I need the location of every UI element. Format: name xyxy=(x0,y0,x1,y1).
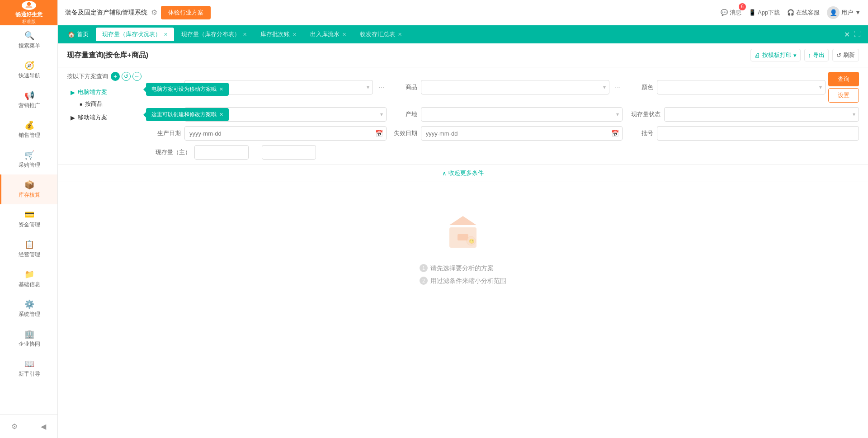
sidebar-item-label-finance: 资金管理 xyxy=(19,221,40,229)
export-icon: ↑ xyxy=(808,52,811,59)
tab-in-out-flow[interactable]: 出入库流水 ✕ xyxy=(304,28,353,41)
batch-input[interactable] xyxy=(657,126,859,141)
tab-close-batch-account[interactable]: ✕ xyxy=(292,32,297,38)
sales-icon: 💰 xyxy=(24,120,34,130)
home-icon: 🏠 xyxy=(68,31,75,38)
scheme-mobile[interactable]: ▶ 移动端方案 xyxy=(67,112,142,123)
app-download-btn[interactable]: 📱 App下载 xyxy=(749,9,780,17)
tab-inventory-status[interactable]: 现存量（库存状况表） ✕ xyxy=(96,28,174,41)
expiry-date-label: 失效日期 xyxy=(392,129,417,137)
tab-recv-summary[interactable]: 收发存汇总表 ✕ xyxy=(354,28,408,41)
empty-state: 😐 1 请先选择要分析的方案 2 用过滤条件来缩小分析范围 xyxy=(58,182,868,314)
filter-label: 按以下方案查询 + ↺ ← xyxy=(67,72,142,81)
sidebar-item-basic[interactable]: 📁 基础信息 xyxy=(0,264,57,294)
filter-fields: 仓库 ▾ ··· 商品 ▾ xyxy=(148,72,859,164)
logo: 畅通好生意 标准版 xyxy=(0,0,57,25)
sidebar-item-purchase[interactable]: 🛒 采购管理 xyxy=(0,145,57,174)
online-service-btn[interactable]: 🎧 在线客服 xyxy=(787,9,820,17)
maximize-btn[interactable]: ⛶ xyxy=(854,30,861,38)
close-all-btn[interactable]: ✕ xyxy=(844,30,850,39)
tab-close-inventory-status[interactable]: ✕ xyxy=(164,32,168,38)
prod-date-input[interactable] xyxy=(184,126,387,141)
filter-add-btn[interactable]: + xyxy=(111,72,120,81)
experience-btn[interactable]: 体验行业方案 xyxy=(161,6,211,19)
reset-btn[interactable]: 设置 xyxy=(828,88,859,103)
tooltip-create-close[interactable]: ✕ xyxy=(219,112,223,118)
empty-state-icon: 😐 xyxy=(440,209,486,254)
expiry-date-input[interactable] xyxy=(421,126,623,141)
purchase-icon: 🛒 xyxy=(24,150,34,160)
color-select[interactable] xyxy=(657,80,826,94)
tab-home[interactable]: 🏠 首页 xyxy=(61,28,95,41)
message-btn[interactable]: 💬 消息 6 xyxy=(721,9,741,17)
filter-item-batch: 批号 xyxy=(628,126,859,141)
stock-status-label: 现存量状态 xyxy=(628,110,660,118)
scheme-desktop-children: ■ 按商品 xyxy=(67,98,142,110)
sidebar-item-label-quick: 快速导航 xyxy=(19,72,40,80)
expiry-date-wrapper: 📅 xyxy=(421,126,623,141)
sidebar-item-sales[interactable]: 💰 销售管理 xyxy=(0,115,57,145)
scheme-desktop[interactable]: ▶ 电脑端方案 xyxy=(67,86,142,98)
sidebar-item-label-basic: 基础信息 xyxy=(19,281,40,288)
message-badge: 6 xyxy=(739,3,746,10)
sidebar-item-system[interactable]: ⚙️ 系统管理 xyxy=(0,294,57,324)
warehouse-dots[interactable]: ··· xyxy=(377,83,386,91)
filter-refresh-btn[interactable]: ↺ xyxy=(122,72,131,81)
sidebar-item-guide[interactable]: 📖 新手引导 xyxy=(0,353,57,383)
refresh-btn[interactable]: ↺ 刷新 xyxy=(832,49,859,61)
filter-row-4: 现存量（主） — xyxy=(156,145,859,164)
origin-select[interactable] xyxy=(421,107,623,122)
tab-close-inventory-dist[interactable]: ✕ xyxy=(243,32,247,38)
stock-qty-min-input[interactable] xyxy=(194,145,249,160)
tooltip-scheme-close[interactable]: ✕ xyxy=(219,86,223,92)
scheme-by-goods[interactable]: ■ 按商品 xyxy=(76,98,142,110)
sidebar-item-inventory[interactable]: 📦 库存核算 xyxy=(0,174,57,204)
sidebar-collapse-btn[interactable]: ◀ xyxy=(37,420,50,433)
goods-dots[interactable]: ··· xyxy=(613,83,623,91)
refresh-icon: ↺ xyxy=(836,52,841,59)
stock-qty-max-input[interactable] xyxy=(262,145,316,160)
tab-close-recv-summary[interactable]: ✕ xyxy=(398,32,402,38)
sidebar-item-quick-nav[interactable]: 🧭 快速导航 xyxy=(0,55,57,85)
origin-label: 产地 xyxy=(392,110,417,118)
tooltip-scheme: 电脑方案可设为移动方案哦 ✕ xyxy=(146,83,229,96)
print-btn[interactable]: 🖨 按模板打印 ▾ xyxy=(750,49,801,61)
page-header-actions: 🖨 按模板打印 ▾ ↑ 导出 ↺ 刷新 xyxy=(750,49,859,61)
chevron-right-icon: ▶ xyxy=(71,89,75,96)
sidebar-item-operations[interactable]: 📋 经营管理 xyxy=(0,234,57,264)
phone-icon: 📱 xyxy=(749,9,756,16)
stock-qty-label: 现存量（主） xyxy=(156,148,191,156)
message-icon: 💬 xyxy=(721,9,728,16)
export-btn[interactable]: ↑ 导出 xyxy=(804,49,829,61)
stock-status-select[interactable] xyxy=(664,107,859,122)
print-label: 按模板打印 xyxy=(762,51,792,59)
goods-select[interactable] xyxy=(421,80,609,94)
filter-row-2: 尺码 ▾ 产地 ▾ xyxy=(156,107,859,122)
svg-marker-2 xyxy=(449,216,476,225)
topbar-settings-icon[interactable]: ⚙ xyxy=(151,8,157,17)
expiry-date-cal-icon[interactable]: 📅 xyxy=(611,130,619,137)
sidebar-settings-btn[interactable]: ⚙ xyxy=(8,420,21,433)
filter-back-btn[interactable]: ← xyxy=(132,72,142,81)
collapse-btn[interactable]: ∧ 收起更多条件 xyxy=(58,164,868,182)
sidebar-item-finance[interactable]: 💳 资金管理 xyxy=(0,204,57,234)
operations-icon: 📋 xyxy=(24,240,34,250)
sidebar-item-enterprise[interactable]: 🏢 企业协同 xyxy=(0,324,57,353)
sidebar-item-label-enterprise: 企业协同 xyxy=(19,340,40,348)
sidebar-item-search-menu[interactable]: 🔍 搜索菜单 xyxy=(0,25,57,55)
filter-row-1: 仓库 ▾ ··· 商品 ▾ xyxy=(156,72,859,103)
sidebar-item-marketing[interactable]: 📢 营销推广 xyxy=(0,85,57,115)
filter-item-origin: 产地 ▾ xyxy=(392,107,623,122)
prod-date-cal-icon[interactable]: 📅 xyxy=(375,130,383,137)
sidebar-item-label-system: 系统管理 xyxy=(19,311,40,318)
tab-close-in-out-flow[interactable]: ✕ xyxy=(342,32,346,38)
tab-batch-account[interactable]: 库存批次账 ✕ xyxy=(254,28,303,41)
step-2-text: 用过滤条件来缩小分析范围 xyxy=(430,274,506,287)
search-btn[interactable]: 查询 xyxy=(828,72,859,86)
finance-icon: 💳 xyxy=(24,210,34,220)
scheme-tree: ▶ 电脑端方案 ■ 按商品 ▶ 移动端方案 xyxy=(67,85,142,127)
user-btn[interactable]: 👤 用户 ▼ xyxy=(827,6,861,19)
search-menu-icon: 🔍 xyxy=(24,31,34,41)
home-label: 首页 xyxy=(77,30,89,38)
tab-inventory-dist[interactable]: 现存量（库存分布表） ✕ xyxy=(175,28,253,41)
